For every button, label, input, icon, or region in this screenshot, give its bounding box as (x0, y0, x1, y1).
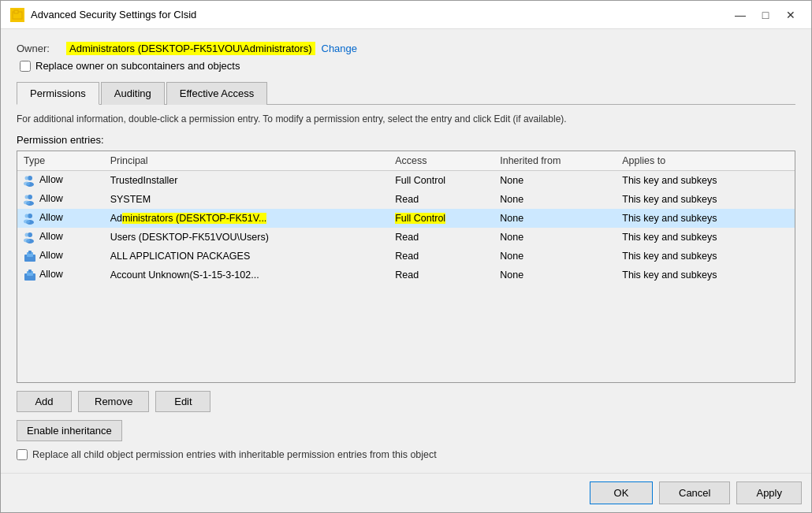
cell-access: Read (389, 266, 494, 284)
svg-point-5 (24, 181, 30, 185)
svg-point-4 (25, 176, 29, 180)
cell-applies: This key and subkeys (616, 228, 795, 247)
table-row[interactable]: Allow Account Unknown(S-1-15-3-102... Re… (17, 266, 795, 284)
cell-applies: This key and subkeys (616, 190, 795, 209)
cell-inherited: None (494, 228, 616, 247)
maximize-button[interactable]: □ (754, 6, 777, 24)
svg-rect-20 (28, 251, 32, 254)
permission-table-wrap: Type Principal Access Inherited from App… (17, 151, 795, 383)
cell-principal: SYSTEM (104, 190, 389, 209)
table-row[interactable]: Allow TrustedInstaller Full Control None… (17, 170, 795, 190)
replace-child-checkbox[interactable] (17, 449, 28, 460)
title-bar: Advanced Security Settings for Clsid — □… (1, 1, 811, 29)
enable-inheritance-button[interactable]: Enable inheritance (17, 420, 122, 441)
cell-type: Allow (17, 170, 104, 190)
replace-owner-row: Replace owner on subcontainers and objec… (20, 60, 795, 72)
add-button[interactable]: Add (17, 391, 72, 412)
cell-access: Full Control (389, 209, 494, 228)
cell-type: Allow (17, 228, 104, 247)
cell-principal: Users (DESKTOP-FK51VOU\Users) (104, 228, 389, 247)
replace-child-row: Replace all child object permission entr… (17, 449, 795, 460)
tab-permissions[interactable]: Permissions (17, 82, 99, 105)
svg-point-13 (24, 219, 30, 223)
owner-value: Administrators (DESKTOP-FK51VOU\Administ… (66, 42, 315, 55)
table-row[interactable]: Allow SYSTEM Read None This key and subk… (17, 190, 795, 209)
svg-rect-1 (14, 10, 18, 13)
cell-access: Read (389, 190, 494, 209)
cell-applies: This key and subkeys (616, 170, 795, 190)
cell-type: Allow (17, 247, 104, 266)
svg-point-9 (24, 200, 30, 204)
col-principal: Principal (104, 151, 389, 171)
cell-principal: ALL APPLICATION PACKAGES (104, 247, 389, 266)
window-controls: — □ ✕ (729, 6, 802, 24)
remove-button[interactable]: Remove (78, 391, 149, 412)
tab-effective-access[interactable]: Effective Access (166, 82, 267, 105)
col-type: Type (17, 151, 104, 171)
cell-inherited: None (494, 266, 616, 284)
replace-owner-label: Replace owner on subcontainers and objec… (35, 60, 240, 72)
col-applies: Applies to (616, 151, 795, 171)
main-content: Owner: Administrators (DESKTOP-FK51VOU\A… (1, 29, 811, 473)
cell-applies: This key and subkeys (616, 247, 795, 266)
entries-label: Permission entries: (17, 134, 795, 146)
info-text: For additional information, double-click… (17, 113, 795, 126)
col-inherited: Inherited from (494, 151, 616, 171)
cell-access: Full Control (389, 170, 494, 190)
tab-content-permissions: For additional information, double-click… (17, 105, 795, 460)
cell-principal: Administrators (DESKTOP-FK51V... (104, 209, 389, 228)
close-button[interactable]: ✕ (780, 6, 802, 24)
svg-point-12 (25, 214, 29, 217)
svg-point-17 (24, 238, 30, 242)
cell-inherited: None (494, 209, 616, 228)
window-title: Advanced Security Settings for Clsid (31, 9, 729, 20)
cell-principal: Account Unknown(S-1-15-3-102... (104, 266, 389, 284)
cell-principal: TrustedInstaller (104, 170, 389, 190)
cell-type: Allow (17, 266, 104, 284)
main-window: Advanced Security Settings for Clsid — □… (0, 0, 812, 513)
owner-section: Owner: Administrators (DESKTOP-FK51VOU\A… (17, 42, 795, 72)
footer: OK Cancel Apply (1, 473, 811, 512)
replace-child-label: Replace all child object permission entr… (32, 449, 437, 460)
tabs-bar: Permissions Auditing Effective Access (17, 81, 795, 105)
table-row[interactable]: Allow ALL APPLICATION PACKAGES Read None… (17, 247, 795, 266)
action-buttons: Add Remove Edit (17, 391, 795, 412)
owner-row: Owner: Administrators (DESKTOP-FK51VOU\A… (17, 42, 795, 55)
cell-inherited: None (494, 190, 616, 209)
cell-inherited: None (494, 247, 616, 266)
cell-type: Allow (17, 190, 104, 209)
col-access: Access (389, 151, 494, 171)
window-icon (10, 8, 24, 22)
cell-applies: This key and subkeys (616, 266, 795, 284)
cell-type: Allow (17, 209, 104, 228)
cell-inherited: None (494, 170, 616, 190)
owner-label: Owner: (17, 43, 60, 54)
cell-access: Read (389, 247, 494, 266)
ok-button[interactable]: OK (590, 481, 653, 504)
edit-button[interactable]: Edit (155, 391, 210, 412)
table-row[interactable]: Allow Administrators (DESKTOP-FK51V... F… (17, 209, 795, 228)
permission-table: Type Principal Access Inherited from App… (17, 151, 795, 284)
cell-access: Read (389, 228, 494, 247)
replace-owner-checkbox[interactable] (20, 61, 31, 72)
minimize-button[interactable]: — (729, 6, 751, 24)
tab-auditing[interactable]: Auditing (101, 82, 165, 105)
apply-button[interactable]: Apply (736, 481, 802, 504)
table-row[interactable]: Allow Users (DESKTOP-FK51VOU\Users) Read… (17, 228, 795, 247)
cell-applies: This key and subkeys (616, 209, 795, 228)
change-owner-link[interactable]: Change (322, 43, 358, 54)
svg-point-16 (25, 232, 29, 236)
svg-point-8 (25, 195, 29, 199)
cancel-button[interactable]: Cancel (659, 481, 730, 504)
svg-rect-23 (28, 270, 32, 273)
